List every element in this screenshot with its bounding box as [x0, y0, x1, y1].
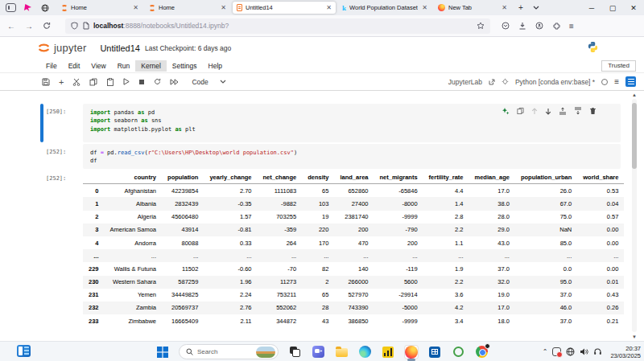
tab-close-icon[interactable]: ✕: [326, 4, 332, 11]
cell-type-dropdown[interactable]: Code: [192, 78, 225, 86]
table-cell: Wallis & Futuna: [105, 262, 163, 275]
table-of-contents-icon[interactable]: [625, 76, 636, 87]
table-cell: 75.0: [515, 211, 577, 224]
menu-run[interactable]: Run: [112, 60, 136, 72]
edge-button[interactable]: [357, 345, 372, 359]
code-cell-1[interactable]: import pandas as pdimport seaborn as sns…: [83, 104, 621, 142]
close-button[interactable]: ✕: [623, 4, 644, 12]
hidden-icons-chevron[interactable]: ⌃: [543, 348, 548, 355]
headset-icon[interactable]: [593, 347, 602, 356]
url-bar[interactable]: localhost:8888/notebooks/Untitled14.ipyn…: [65, 18, 490, 34]
move-up-icon[interactable]: [531, 108, 538, 115]
external-link-icon[interactable]: [489, 79, 495, 85]
table-cell: 20569737: [162, 302, 204, 314]
run-all-icon[interactable]: [170, 79, 179, 85]
bookmark-star-icon[interactable]: [477, 22, 485, 30]
menu-settings[interactable]: Settings: [167, 60, 203, 72]
notebook-scrollbar[interactable]: [632, 99, 637, 332]
list-tabs-icon[interactable]: [528, 6, 544, 10]
minimize-button[interactable]: ─: [581, 4, 602, 12]
gear-icon[interactable]: [502, 78, 509, 85]
move-down-icon[interactable]: [545, 108, 551, 115]
pinned-tab-icon[interactable]: [24, 4, 31, 11]
notebook-title[interactable]: Untitled14: [100, 43, 140, 53]
scroll-down-icon[interactable]: ▼: [632, 334, 637, 339]
row-index: 230: [83, 276, 105, 289]
tab-world-population-dataset[interactable]: k World Population Dataset ✕: [338, 2, 431, 14]
chrome-button[interactable]: [474, 345, 489, 359]
tab-close-icon[interactable]: ✕: [502, 4, 507, 11]
menu-help[interactable]: Help: [203, 60, 228, 72]
page-info-icon[interactable]: [83, 22, 89, 30]
windows-taskbar: Search ⌃ 20:3: [0, 341, 644, 361]
run-icon[interactable]: [123, 78, 130, 85]
copy-icon[interactable]: [89, 78, 97, 86]
pocket-icon[interactable]: [502, 22, 510, 30]
tab-close-icon[interactable]: ✕: [221, 4, 226, 11]
tab-home-1[interactable]: Home ✕: [57, 2, 142, 14]
globe-pinned-tab-icon[interactable]: [41, 4, 49, 12]
tab-close-icon[interactable]: ✕: [422, 4, 427, 11]
shield-icon[interactable]: [71, 22, 78, 30]
table-cell: 4.2: [423, 302, 469, 314]
volume-icon[interactable]: [580, 347, 588, 356]
powerbi-button[interactable]: [381, 345, 395, 359]
table-cell: ...: [469, 249, 515, 262]
menu-file[interactable]: File: [40, 60, 63, 72]
insert-cell-below-icon[interactable]: [574, 107, 582, 115]
reload-icon[interactable]: [43, 22, 51, 30]
new-tab-button[interactable]: +: [514, 3, 528, 12]
maximize-button[interactable]: ▢: [602, 4, 623, 12]
chat-app-button[interactable]: [311, 345, 325, 359]
firefox-view-icon[interactable]: [6, 3, 16, 12]
taskbar-clock[interactable]: 20:37 23/03/2025: [610, 345, 641, 359]
insert-cell-icon[interactable]: +: [59, 77, 64, 87]
paste-icon[interactable]: [106, 78, 114, 86]
loading-ring-button[interactable]: [451, 345, 465, 359]
stop-icon[interactable]: [138, 79, 145, 85]
search-highlight-image[interactable]: [256, 347, 275, 358]
microsoft-store-button[interactable]: [427, 345, 442, 359]
file-explorer-button[interactable]: [334, 345, 349, 359]
downloads-icon[interactable]: [518, 22, 526, 30]
notification-menu-icon[interactable]: ≡: [614, 77, 619, 86]
back-icon[interactable]: ←: [7, 22, 15, 31]
extensions-icon[interactable]: [552, 22, 560, 30]
ai-sparkle-icon[interactable]: [502, 107, 510, 115]
tray-app-recording-icon[interactable]: [552, 347, 561, 356]
column-header: country: [105, 170, 163, 184]
trusted-badge[interactable]: Trusted: [601, 60, 636, 72]
tab-new-tab[interactable]: New Tab ✕: [434, 2, 511, 14]
menu-kernel[interactable]: Kernel: [135, 60, 167, 72]
table-cell: 1111083: [258, 184, 303, 198]
code-editor[interactable]: df = pd.read_csv(r"C:\Users\HP\Desktop\w…: [90, 149, 613, 166]
save-icon[interactable]: [42, 78, 50, 86]
menu-icon[interactable]: ≡: [569, 22, 574, 31]
jupyterlab-link[interactable]: JupyterLab: [448, 78, 482, 86]
table-cell: 0.33: [204, 236, 257, 249]
scrollbar-thumb[interactable]: [632, 103, 637, 169]
network-globe-icon[interactable]: [566, 347, 575, 356]
account-icon[interactable]: [535, 22, 543, 30]
scroll-up-icon[interactable]: ▲: [632, 92, 637, 97]
table-row: 4Andorra800880.332641704702001.143.085.0…: [83, 236, 624, 249]
task-view-button[interactable]: [287, 345, 302, 359]
tab-home-2[interactable]: Home ✕: [145, 2, 230, 14]
menu-edit[interactable]: Edit: [63, 60, 86, 72]
restart-kernel-icon[interactable]: [154, 78, 161, 85]
tab-close-icon[interactable]: ✕: [133, 4, 138, 11]
table-row: 232Zambia205697372.7655206228743390-5000…: [83, 302, 624, 314]
forward-icon[interactable]: →: [25, 22, 33, 31]
duplicate-cell-icon[interactable]: [517, 107, 524, 115]
insert-cell-above-icon[interactable]: [559, 107, 567, 115]
cut-icon[interactable]: [72, 78, 80, 86]
tab-untitled14[interactable]: Untitled14 ✕: [233, 2, 336, 14]
start-button[interactable]: [155, 345, 170, 359]
kernel-status-icon[interactable]: [601, 79, 608, 85]
kernel-name[interactable]: Python [conda env:base] *: [515, 78, 595, 86]
menu-view[interactable]: View: [85, 60, 111, 72]
code-cell-2[interactable]: df = pd.read_csv(r"C:\Users\HP\Desktop\w…: [83, 144, 621, 169]
taskbar-search[interactable]: Search: [179, 344, 279, 359]
firefox-button[interactable]: [404, 345, 419, 359]
delete-cell-icon[interactable]: [589, 107, 597, 115]
